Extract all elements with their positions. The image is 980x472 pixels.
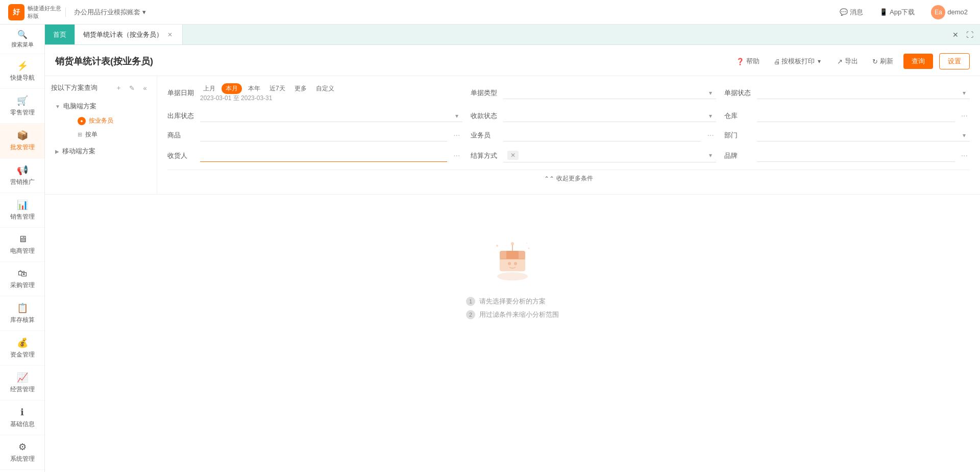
settlement-select[interactable]: ✕ ▾ bbox=[503, 149, 716, 162]
filter-goods-field: 商品 ··· bbox=[167, 129, 462, 141]
collapse-up-icon: ⌃⌃ bbox=[544, 175, 554, 182]
sidebar-item-marketing[interactable]: 📢 营销推广 bbox=[0, 158, 44, 193]
app-download-btn[interactable]: 📱 App下载 bbox=[875, 6, 919, 19]
svg-point-0 bbox=[497, 272, 528, 280]
goods-more-icon[interactable]: ··· bbox=[451, 131, 462, 140]
edit-scheme-btn[interactable]: ✎ bbox=[126, 82, 137, 93]
settlement-tag-close-icon[interactable]: ✕ bbox=[510, 152, 516, 159]
help-btn[interactable]: ❓ 帮助 bbox=[732, 55, 764, 68]
content-area: 首页 销货单统计表（按业务员） ✕ ✕ ⛶ 销货单统计表(按业务员) ❓ bbox=[45, 25, 980, 472]
salesman-input[interactable] bbox=[503, 129, 701, 141]
filter-row-2: 出库状态 ▾ 收款状态 ▾ bbox=[167, 110, 970, 122]
svg-point-7 bbox=[526, 243, 527, 244]
tab-home[interactable]: 首页 bbox=[45, 25, 75, 44]
sidebar-item-inventory[interactable]: 📋 库存核算 bbox=[0, 296, 44, 331]
date-field-wrapper: 上月 本月 本年 近7天 更多 自定义 2023-03-01 至 2023-03… bbox=[200, 83, 462, 103]
date-this-year[interactable]: 本年 bbox=[245, 83, 263, 94]
svg-point-5 bbox=[496, 245, 498, 247]
panel-header: 按以下方案查询 ＋ ✎ « bbox=[51, 82, 151, 93]
add-scheme-btn[interactable]: ＋ bbox=[113, 82, 124, 93]
header-left: 好 畅捷通好生意 标版 办公用品行业模拟账套 ▾ bbox=[8, 4, 150, 20]
doc-status-arrow-icon: ▾ bbox=[963, 89, 966, 97]
filter-row-1: 单据日期 上月 本月 本年 近7天 更多 自定义 bbox=[167, 83, 970, 103]
sidebar-item-enterprise[interactable]: 🤝 企业协同 bbox=[0, 470, 44, 472]
refresh-btn[interactable]: ↻ 刷新 bbox=[868, 55, 897, 68]
results-area: 1 请先选择要分析的方案 2 用过滤条件来缩小分析范围 bbox=[45, 194, 980, 360]
svg-point-11 bbox=[511, 242, 514, 245]
sidebar-item-basic-info[interactable]: ℹ 基础信息 bbox=[0, 400, 44, 435]
salesman-more-icon[interactable]: ··· bbox=[705, 131, 716, 140]
brand-more-icon[interactable]: ··· bbox=[959, 151, 970, 160]
department-select[interactable]: ▾ bbox=[757, 130, 970, 141]
user-menu[interactable]: Ea demo2 bbox=[927, 3, 972, 21]
date-more[interactable]: 更多 bbox=[291, 83, 310, 94]
chart-icon: 📊 bbox=[17, 199, 28, 210]
svg-point-8 bbox=[508, 262, 511, 265]
template-print-btn[interactable]: 🖨 按模板打印 ▾ bbox=[770, 54, 827, 69]
date-last-7-days[interactable]: 近7天 bbox=[266, 83, 288, 94]
warehouse-input[interactable] bbox=[757, 110, 955, 122]
filter-settlement-field: 结算方式 ✕ ▾ bbox=[471, 149, 716, 162]
doc-type-select[interactable]: ▾ bbox=[503, 87, 716, 99]
filter-collection-status-field: 收款状态 ▾ bbox=[471, 110, 716, 122]
filter-department-field: 部门 ▾ bbox=[724, 130, 970, 141]
date-last-month[interactable]: 上月 bbox=[200, 83, 218, 94]
tree-item-mobile[interactable]: ▶ 移动端方案 bbox=[51, 144, 151, 159]
export-btn[interactable]: ↗ 导出 bbox=[833, 55, 862, 68]
filter-doc-type-field: 单据类型 ▾ bbox=[471, 87, 716, 99]
logo-icon: 好 bbox=[8, 4, 24, 20]
tab-maximize-icon[interactable]: ⛶ bbox=[964, 29, 976, 41]
consignee-input[interactable] bbox=[200, 150, 447, 162]
sidebar-item-quick-nav[interactable]: ⚡ 快捷导航 bbox=[0, 54, 44, 89]
settings-btn[interactable]: 设置 bbox=[939, 53, 970, 69]
svg-point-9 bbox=[514, 262, 517, 265]
info-icon: ℹ bbox=[20, 407, 24, 418]
sub-item-by-salesman[interactable]: ● 按业务员 bbox=[61, 114, 151, 128]
sidebar: 🔍 搜索菜单 ⚡ 快捷导航 🛒 零售管理 📦 批发管理 📢 营销推广 📊 销售管… bbox=[0, 25, 45, 472]
out-status-select[interactable]: ▾ bbox=[200, 110, 462, 122]
tab-close-icon[interactable]: ✕ bbox=[166, 31, 174, 39]
collapse-btn[interactable]: ⌃⌃ 收起更多条件 bbox=[167, 170, 970, 187]
settlement-tag: ✕ bbox=[507, 151, 519, 160]
date-custom[interactable]: 自定义 bbox=[313, 83, 337, 94]
sidebar-item-search[interactable]: 🔍 搜索菜单 bbox=[0, 25, 44, 54]
active-dot-icon: ● bbox=[78, 117, 86, 125]
consignee-more-icon[interactable]: ··· bbox=[451, 151, 462, 160]
filter-doc-status-field: 单据状态 ▾ bbox=[724, 87, 970, 99]
collection-status-select[interactable]: ▾ bbox=[503, 110, 716, 122]
sidebar-item-finance[interactable]: 💰 资金管理 bbox=[0, 331, 44, 366]
sidebar-item-purchase[interactable]: 🛍 采购管理 bbox=[0, 262, 44, 296]
sidebar-item-retail[interactable]: 🛒 零售管理 bbox=[0, 89, 44, 124]
warehouse-more-icon[interactable]: ··· bbox=[959, 111, 970, 121]
app-selector[interactable]: 办公用品行业模拟账套 ▾ bbox=[70, 6, 150, 19]
empty-illustration bbox=[487, 235, 538, 287]
template-print-arrow-icon[interactable]: ▾ bbox=[816, 56, 823, 67]
sidebar-item-wholesale[interactable]: 📦 批发管理 bbox=[0, 124, 44, 158]
tree-item-desktop[interactable]: ▼ 电脑端方案 bbox=[51, 99, 151, 114]
message-btn[interactable]: 💬 消息 bbox=[836, 6, 867, 19]
date-shortcuts: 上月 本月 本年 近7天 更多 自定义 bbox=[200, 83, 462, 94]
tab-sales-stat[interactable]: 销货单统计表（按业务员） ✕ bbox=[75, 25, 183, 44]
brand-input[interactable] bbox=[757, 150, 955, 162]
settlement-arrow-icon: ▾ bbox=[709, 152, 712, 159]
sidebar-item-system[interactable]: ⚙ 系统管理 bbox=[0, 435, 44, 470]
sidebar-item-ecommerce[interactable]: 🖥 电商管理 bbox=[0, 228, 44, 262]
sidebar-item-sales-mgmt[interactable]: 📊 销售管理 bbox=[0, 193, 44, 228]
query-btn[interactable]: 查询 bbox=[903, 54, 933, 69]
sub-item-by-order[interactable]: ⊞ 按单 bbox=[61, 128, 151, 141]
collapse-panel-btn[interactable]: « bbox=[139, 82, 151, 93]
message-icon: 💬 bbox=[840, 8, 848, 16]
page-inner: 销货单统计表(按业务员) ❓ 帮助 🖨 按模板打印 ▾ ↗ bbox=[45, 45, 980, 472]
help-icon: ❓ bbox=[736, 58, 744, 65]
filter-out-status-field: 出库状态 ▾ bbox=[167, 110, 462, 122]
doc-status-select[interactable]: ▾ bbox=[757, 87, 970, 99]
goods-input[interactable] bbox=[200, 129, 447, 141]
tab-close-all-icon[interactable]: ✕ bbox=[949, 29, 962, 41]
main-layout: 🔍 搜索菜单 ⚡ 快捷导航 🛒 零售管理 📦 批发管理 📢 营销推广 📊 销售管… bbox=[0, 25, 980, 472]
sidebar-item-operation[interactable]: 📈 经营管理 bbox=[0, 366, 44, 400]
gear-icon: ⚙ bbox=[18, 441, 27, 453]
bag-icon: 🛍 bbox=[18, 268, 27, 279]
panel-icons: ＋ ✎ « bbox=[113, 82, 151, 93]
date-this-month[interactable]: 本月 bbox=[222, 83, 242, 94]
clipboard-icon: 📋 bbox=[17, 302, 28, 314]
